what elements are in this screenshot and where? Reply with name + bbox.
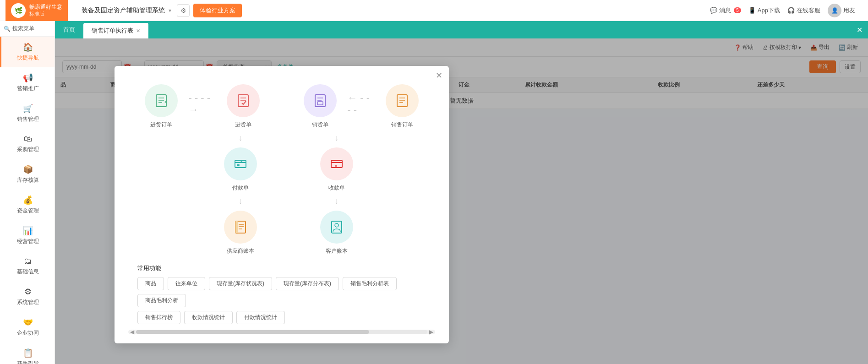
- modal-overlay[interactable]: ✕: [55, 38, 868, 364]
- sidebar: 🔍 搜索菜单 🏠 快捷导航 📢 营销推广 🛒 销售管理 🛍 采购管理 📦: [0, 21, 55, 364]
- func-btn-sales-profit[interactable]: 销售毛利分析表: [343, 277, 397, 290]
- sidebar-item-guide[interactable]: 📋 新手引导: [0, 342, 55, 364]
- purchase-icon: 🛍: [24, 134, 32, 144]
- system-title-area: 装备及固定资产辅助管理系统 ▾ ⚙ 体验行业方案: [72, 4, 705, 17]
- scrollbar-track[interactable]: [136, 330, 427, 334]
- sidebar-item-system[interactable]: ⚙ 系统管理: [0, 281, 55, 312]
- customer-ledger-circle: [320, 211, 353, 244]
- func-buttons-row1: 商品 往来单位 现存量(库存状况表) 现存量(库存分布表) 销售毛利分析表 商品…: [137, 277, 426, 307]
- system-title-dropdown[interactable]: ▾: [169, 7, 171, 14]
- purchase-bill-circle: [227, 84, 260, 117]
- arrow-purchase-to-bill: - - - - →: [185, 92, 219, 129]
- sidebar-item-quick-nav[interactable]: 🏠 快捷导航: [0, 37, 55, 67]
- flow-node-purchase-order[interactable]: 进货订单: [137, 84, 185, 129]
- common-functions: 常用功能 商品 往来单位 现存量(库存状况表) 现存量(库存分布表) 销售毛利分…: [128, 260, 435, 324]
- purchase-order-circle: [145, 84, 178, 117]
- app-download-icon: 📱: [748, 7, 756, 14]
- flow-row-1: 进货订单 - - - - →: [128, 80, 435, 133]
- tab-home[interactable]: 首页: [55, 21, 83, 38]
- flow-node-payment[interactable]: ¥ 付款单: [211, 147, 270, 192]
- func-btn-receipt-stat[interactable]: 收款情况统计: [184, 311, 233, 324]
- page-content: ❓ 帮助 🖨 按模板打印 ▾ 📤 导出 🔄 刷新: [55, 38, 868, 364]
- experience-btn[interactable]: 体验行业方案: [193, 4, 242, 17]
- payment-circle: ¥: [224, 147, 257, 180]
- flow-node-supplier-ledger[interactable]: 供应商账本: [211, 211, 270, 255]
- message-btn[interactable]: 💬 消息 5: [710, 6, 741, 15]
- svg-rect-17: [237, 164, 240, 166]
- message-icon: 💬: [710, 7, 717, 14]
- modal-scrollbar: ◀ ▶: [128, 330, 435, 334]
- tab-close-all[interactable]: ✕: [857, 26, 868, 34]
- sidebar-search[interactable]: 🔍 搜索菜单: [0, 21, 55, 37]
- func-buttons-row2: 销售排行榜 收款情况统计 付款情况统计: [137, 311, 426, 324]
- main-area: 🔍 搜索菜单 🏠 快捷导航 📢 营销推广 🛒 销售管理 🛍 采购管理 📦: [0, 21, 868, 364]
- func-btn-sales-rank[interactable]: 销售排行榜: [137, 311, 180, 324]
- sidebar-item-purchase[interactable]: 🛍 采购管理: [0, 129, 55, 159]
- scrollbar-thumb[interactable]: [136, 330, 369, 334]
- collab-icon: 🤝: [23, 317, 33, 327]
- func-btn-stock-status[interactable]: 现存量(库存状况表): [209, 277, 272, 290]
- top-bar: 🌿 畅康通好生意 标准版 装备及固定资产辅助管理系统 ▾ ⚙ 体验行业方案 💬 …: [0, 0, 868, 21]
- func-btn-payment-stat[interactable]: 付款情况统计: [236, 311, 285, 324]
- marketing-icon: 📢: [23, 73, 33, 83]
- settings-icon-btn[interactable]: ⚙: [177, 4, 190, 17]
- flow-arrows-down-2: ↓ ↓: [128, 196, 435, 206]
- svg-rect-0: [156, 95, 166, 107]
- flow-arrows-down: ↓ ↓: [128, 133, 435, 143]
- sidebar-item-inventory[interactable]: 📦 库存核算: [0, 159, 55, 190]
- modal-box: ✕: [115, 66, 449, 343]
- operation-icon: 📊: [23, 226, 33, 236]
- sales-bill-circle: [304, 84, 337, 117]
- sidebar-item-marketing[interactable]: 📢 营销推广: [0, 67, 55, 98]
- svg-rect-11: [397, 95, 407, 107]
- svg-point-28: [335, 223, 338, 227]
- svg-rect-23: [235, 221, 238, 233]
- inventory-icon: 📦: [23, 164, 33, 174]
- sidebar-item-basic[interactable]: 🗂 基础信息: [0, 251, 55, 281]
- system-icon: ⚙: [24, 287, 32, 297]
- svg-text:¥: ¥: [240, 159, 243, 163]
- tab-close-icon[interactable]: ✕: [136, 28, 140, 34]
- home-icon: 🏠: [23, 42, 33, 52]
- arrow-down-supplier: ↓: [239, 196, 243, 206]
- flow-node-purchase-bill[interactable]: 进货单: [220, 84, 267, 129]
- system-title-text: 装备及固定资产辅助管理系统: [82, 6, 165, 15]
- func-btn-stock-dist[interactable]: 现存量(库存分布表): [276, 277, 339, 290]
- sidebar-item-finance[interactable]: 💰 资金管理: [0, 190, 55, 220]
- supplier-ledger-circle: [224, 211, 257, 244]
- func-btn-partner[interactable]: 往来单位: [168, 277, 205, 290]
- sidebar-item-collab[interactable]: 🤝 企业协同: [0, 312, 55, 342]
- flow-row-3: 供应商账本: [128, 206, 435, 260]
- arrow-down-customer: ↓: [335, 196, 339, 206]
- message-label: 消息: [719, 6, 731, 15]
- svg-rect-10: [317, 102, 323, 105]
- tab-sales-order[interactable]: 销售订单执行表 ✕: [83, 23, 148, 38]
- sales-icon: 🛒: [23, 103, 33, 114]
- sidebar-item-operation[interactable]: 📊 经营管理: [0, 220, 55, 251]
- scroll-left-btn[interactable]: ◀: [128, 329, 136, 335]
- flow-node-receipt[interactable]: ¥ 收款单: [307, 147, 366, 192]
- flow-node-sales-order[interactable]: 销售订单: [379, 84, 426, 129]
- spacer-1: [267, 116, 296, 129]
- common-functions-title: 常用功能: [137, 264, 426, 272]
- svg-text:¥: ¥: [334, 164, 338, 168]
- arrow-down-receipt: ↓: [335, 133, 339, 143]
- logo-text: 畅康通好生意 标准版: [29, 4, 62, 17]
- top-right: 💬 消息 5 📱 App下载 🎧 在线客服 👤 用友: [710, 4, 863, 17]
- flow-node-customer-ledger[interactable]: 客户账本: [307, 211, 366, 255]
- func-btn-product-profit[interactable]: 商品毛利分析: [137, 294, 186, 307]
- app-container: 🌿 畅康通好生意 标准版 装备及固定资产辅助管理系统 ▾ ⚙ 体验行业方案 💬 …: [0, 0, 868, 364]
- func-btn-product[interactable]: 商品: [137, 277, 164, 290]
- flow-chart: 进货订单 - - - - →: [128, 80, 435, 260]
- modal-close-btn[interactable]: ✕: [436, 71, 442, 81]
- flow-node-sales-bill[interactable]: 销货单: [296, 84, 344, 129]
- tab-bar: 首页 销售订单执行表 ✕ ✕: [55, 21, 868, 38]
- headset-icon: 🎧: [787, 7, 795, 14]
- scroll-right-btn[interactable]: ▶: [427, 329, 435, 335]
- app-download-btn[interactable]: 📱 App下载: [748, 6, 780, 15]
- user-menu[interactable]: 👤 用友: [828, 4, 855, 17]
- online-service-btn[interactable]: 🎧 在线客服: [787, 6, 820, 15]
- arrow-down-payment: ↓: [239, 133, 243, 143]
- sidebar-item-sales[interactable]: 🛒 销售管理: [0, 98, 55, 129]
- logo-area: 🌿 畅康通好生意 标准版: [5, 0, 68, 21]
